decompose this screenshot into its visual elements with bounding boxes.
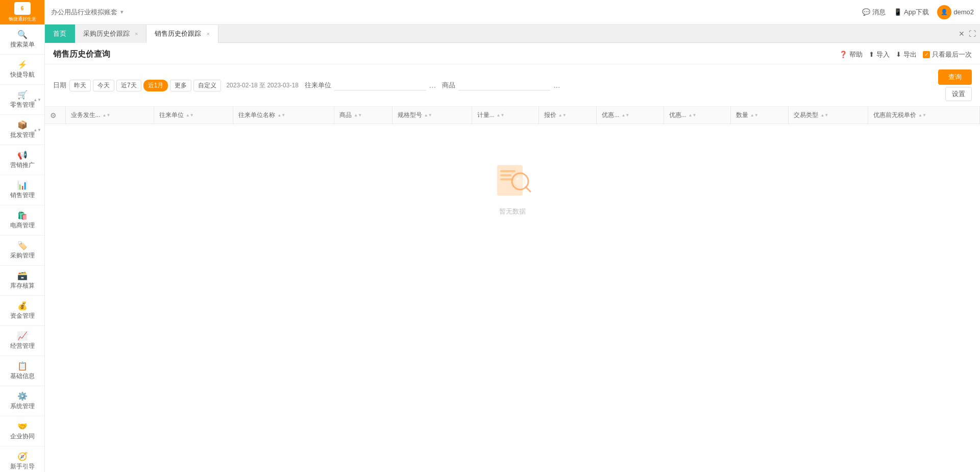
sidebar-item-purchase-mgmt[interactable]: 🏷️ 采购管理 <box>0 235 44 266</box>
logo-icon: 6 <box>14 2 31 15</box>
close-tab-icon[interactable]: ✕ <box>959 30 965 38</box>
download-icon: 📱 <box>894 8 902 16</box>
sidebar-icon-search-menu: 🔍 <box>17 30 28 39</box>
page-title: 销售历史价查询 <box>53 49 110 60</box>
col-header-settings[interactable]: ⚙ <box>45 107 65 124</box>
tabs-bar: 首页采购历史价跟踪×销售历史价跟踪× ✕ ⛶ <box>45 25 980 43</box>
only-last-checkbox[interactable] <box>923 51 930 58</box>
goods-label: 商品 <box>442 81 455 90</box>
message-icon: 💬 <box>862 8 870 16</box>
sidebar-item-new-guide[interactable]: 🧭 新手引导 <box>0 446 44 472</box>
help-btn[interactable]: ❓ 帮助 <box>839 50 863 59</box>
sidebar-item-sales-mgmt[interactable]: 📊 销售管理 <box>0 175 44 205</box>
tab-label-sales-history: 销售历史价跟踪 <box>155 29 201 38</box>
sort-icon-spec[interactable]: ▲▼ <box>424 113 432 117</box>
sidebar-item-system[interactable]: ⚙️ 系统管理 <box>0 386 44 416</box>
col-header-trade_type: 交易类型▲▼ <box>789 107 868 124</box>
query-button[interactable]: 查询 <box>938 69 972 85</box>
help-icon: ❓ <box>839 51 847 58</box>
sidebar-item-inventory[interactable]: 🗃️ 库存核算 <box>0 266 44 296</box>
table-head: ⚙业务发生...▲▼往来单位▲▼往来单位名称▲▼商品▲▼规格型号▲▼计量...▲… <box>45 107 980 124</box>
table-settings-icon[interactable]: ⚙ <box>50 111 57 120</box>
topbar-dropdown-icon[interactable]: ▾ <box>120 9 124 15</box>
date-btn-自定义[interactable]: 自定义 <box>193 80 221 91</box>
sidebar-item-enterprise[interactable]: 🤝 企业协同 <box>0 416 44 446</box>
sort-icon-pretax_price[interactable]: ▲▼ <box>918 113 926 117</box>
sidebar-item-wholesale-mgmt[interactable]: 📦 批发管理 ▲▼ <box>0 115 44 145</box>
sidebar-label-new-guide: 新手引导 <box>10 462 35 471</box>
sidebar-item-search-menu[interactable]: 🔍 搜索菜单 <box>0 25 44 55</box>
sidebar-label-system: 系统管理 <box>10 402 35 411</box>
sidebar-label-finance: 资金管理 <box>10 312 35 320</box>
sidebar-label-wholesale-mgmt: 批发管理 <box>10 131 35 139</box>
filter-right-buttons: 查询 设置 <box>938 69 972 101</box>
sort-icon-goods[interactable]: ▲▼ <box>354 113 362 117</box>
sidebar-item-quick-nav[interactable]: ⚡ 快捷导航 <box>0 55 44 85</box>
page-header: 销售历史价查询 ❓ 帮助 ⬆ 导入 ⬇ 导出 只看最后一次 <box>45 43 980 64</box>
partner-dots-btn[interactable]: ... <box>429 81 436 90</box>
sidebar-item-retail-mgmt[interactable]: 🛒 零售管理 ▲▼ <box>0 85 44 115</box>
maximize-icon[interactable]: ⛶ <box>969 30 976 38</box>
col-header-discount2: 优惠...▲▼ <box>664 107 730 124</box>
topbar-title: 办公用品行业模拟账套 ▾ <box>51 8 862 17</box>
sidebar-icon-quick-nav: ⚡ <box>17 60 28 69</box>
tab-label-purchase-history: 采购历史价跟踪 <box>83 29 130 38</box>
sidebar-icon-inventory: 🗃️ <box>17 271 28 280</box>
sidebar-item-marketing[interactable]: 📢 营销推广 <box>0 145 44 175</box>
user-area[interactable]: 👤 demo2 <box>937 5 974 19</box>
sidebar-icon-retail-mgmt: 🛒 <box>17 90 28 100</box>
sort-icon-biz_date[interactable]: ▲▼ <box>103 113 111 117</box>
sort-icon-partner_name[interactable]: ▲▼ <box>277 113 285 117</box>
sort-icon-discount2[interactable]: ▲▼ <box>689 113 697 117</box>
partner-label: 往来单位 <box>305 81 331 90</box>
sidebar-item-operation[interactable]: 📈 经营管理 <box>0 326 44 356</box>
col-header-spec: 规格型号▲▼ <box>392 107 472 124</box>
table-area: ⚙业务发生...▲▼往来单位▲▼往来单位名称▲▼商品▲▼规格型号▲▼计量...▲… <box>45 107 980 472</box>
sidebar-label-marketing: 营销推广 <box>10 161 35 170</box>
filter-bar: 日期 昨天今天近7天近1月更多自定义 2023-02-18 至 2023-03-… <box>45 64 980 107</box>
sidebar-item-basic-info[interactable]: 📋 基础信息 <box>0 356 44 386</box>
col-header-price: 报价▲▼ <box>538 107 597 124</box>
tab-purchase-history[interactable]: 采购历史价跟踪× <box>75 25 146 43</box>
topbar: 办公用品行业模拟账套 ▾ 💬 消息 📱 App下载 👤 demo2 <box>45 0 980 25</box>
goods-input[interactable] <box>458 80 550 90</box>
sort-icon-partner_code[interactable]: ▲▼ <box>186 113 194 117</box>
export-btn[interactable]: ⬇ 导出 <box>896 50 917 59</box>
export-label: 导出 <box>903 50 917 59</box>
page-header-actions: ❓ 帮助 ⬆ 导入 ⬇ 导出 只看最后一次 <box>839 50 972 59</box>
date-btn-今天[interactable]: 今天 <box>93 80 114 91</box>
tab-sales-history[interactable]: 销售历史价跟踪× <box>146 25 218 43</box>
date-btn-近1月[interactable]: 近1月 <box>143 80 168 91</box>
goods-filter-group: 商品 ... <box>442 80 560 90</box>
sort-icon-discount1[interactable]: ▲▼ <box>621 113 629 117</box>
sort-icon-unit[interactable]: ▲▼ <box>497 113 505 117</box>
col-header-partner_name: 往来单位名称▲▼ <box>233 107 334 124</box>
sort-icon-trade_type[interactable]: ▲▼ <box>820 113 828 117</box>
sidebar-item-finance[interactable]: 💰 资金管理 <box>0 296 44 326</box>
date-btn-昨天[interactable]: 昨天 <box>69 80 91 91</box>
partner-input[interactable] <box>334 80 426 90</box>
col-header-quantity: 数量▲▼ <box>730 107 789 124</box>
import-label: 导入 <box>876 50 890 59</box>
app-download-btn[interactable]: 📱 App下载 <box>894 8 929 17</box>
avatar-icon: 👤 <box>941 9 948 15</box>
tab-close-purchase-history[interactable]: × <box>135 31 138 37</box>
tab-home[interactable]: 首页 <box>45 25 75 43</box>
date-buttons: 昨天今天近7天近1月更多自定义 <box>69 80 221 91</box>
help-label: 帮助 <box>849 50 863 59</box>
sort-icon-quantity[interactable]: ▲▼ <box>750 113 758 117</box>
sort-icon-price[interactable]: ▲▼ <box>558 113 567 117</box>
tab-close-sales-history[interactable]: × <box>206 31 209 37</box>
sidebar-item-ecom-mgmt[interactable]: 🛍️ 电商管理 <box>0 205 44 235</box>
message-btn[interactable]: 💬 消息 <box>862 8 886 17</box>
settings-button[interactable]: 设置 <box>945 87 972 101</box>
date-filter-label: 日期 <box>53 81 66 90</box>
import-btn[interactable]: ⬆ 导入 <box>869 50 890 59</box>
topbar-app-title: 办公用品行业模拟账套 <box>51 8 117 17</box>
only-last-item[interactable]: 只看最后一次 <box>923 50 972 59</box>
svg-point-7 <box>516 177 519 180</box>
goods-dots-btn[interactable]: ... <box>553 81 560 90</box>
date-btn-近7天[interactable]: 近7天 <box>116 80 141 91</box>
date-btn-更多[interactable]: 更多 <box>170 80 191 91</box>
logo-area: 6 畅捷通好生意 <box>0 0 44 25</box>
